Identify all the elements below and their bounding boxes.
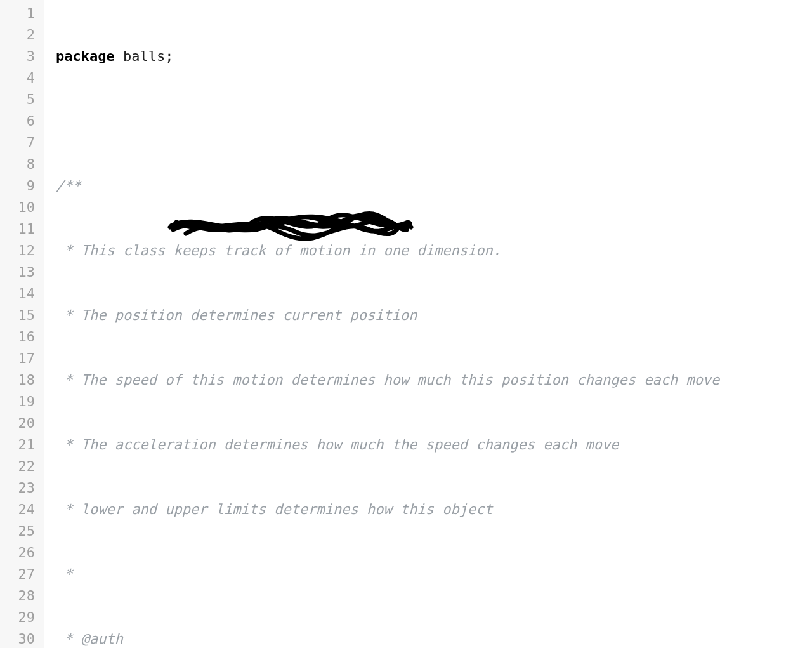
line-number: 2 — [6, 24, 35, 46]
keyword: package — [56, 48, 115, 64]
line-number: 24 — [6, 499, 35, 520]
line-number-gutter: 1234567891011121314151617181920212223242… — [0, 0, 44, 648]
comment: * The speed of this motion determines ho… — [56, 372, 719, 388]
line-number: 9 — [6, 175, 35, 197]
line-number: 1 — [6, 3, 35, 24]
line-number: 7 — [6, 132, 35, 154]
code-line[interactable]: * lower and upper limits determines how … — [56, 499, 812, 520]
code-line[interactable]: * The position determines current positi… — [56, 305, 812, 326]
line-number: 18 — [6, 369, 35, 391]
line-number: 6 — [6, 110, 35, 132]
line-number: 19 — [6, 391, 35, 413]
line-number: 21 — [6, 434, 35, 456]
comment: * — [56, 566, 73, 582]
code-line[interactable]: * @auth — [56, 628, 812, 648]
comment: * This class keeps track of motion in on… — [56, 242, 501, 258]
comment: * lower and upper limits determines how … — [56, 501, 493, 517]
line-number: 13 — [6, 261, 35, 283]
line-number: 16 — [6, 326, 35, 348]
comment: * The position determines current positi… — [56, 307, 417, 323]
line-number: 14 — [6, 283, 35, 305]
line-number: 10 — [6, 197, 35, 218]
code-line[interactable]: * This class keeps track of motion in on… — [56, 240, 812, 261]
line-number: 23 — [6, 477, 35, 499]
line-number: 12 — [6, 240, 35, 261]
code-line[interactable] — [56, 110, 812, 132]
line-number: 29 — [6, 607, 35, 628]
code-line[interactable]: * — [56, 564, 812, 585]
comment: /** — [56, 178, 81, 194]
line-number: 15 — [6, 305, 35, 326]
line-number: 17 — [6, 348, 35, 369]
line-number: 28 — [6, 585, 35, 607]
line-number: 22 — [6, 456, 35, 477]
code-editor-area[interactable]: package balls; /** * This class keeps tr… — [44, 0, 812, 648]
comment: * @auth — [56, 631, 123, 647]
line-number: 27 — [6, 564, 35, 585]
code-line[interactable]: * The speed of this motion determines ho… — [56, 369, 812, 391]
punct: ; — [165, 48, 173, 64]
code-line[interactable]: package balls; — [56, 46, 812, 67]
comment: * The acceleration determines how much t… — [56, 437, 619, 453]
line-number: 20 — [6, 413, 35, 434]
line-number: 26 — [6, 542, 35, 564]
line-number: 8 — [6, 154, 35, 175]
line-number: 4 — [6, 67, 35, 89]
line-number: 30 — [6, 628, 35, 648]
line-number: 11 — [6, 218, 35, 240]
line-number: 3 — [6, 46, 35, 67]
line-number: 5 — [6, 89, 35, 110]
line-number: 25 — [6, 520, 35, 542]
identifier: balls — [115, 48, 165, 64]
code-line[interactable]: /** — [56, 175, 812, 197]
code-line[interactable]: * The acceleration determines how much t… — [56, 434, 812, 456]
